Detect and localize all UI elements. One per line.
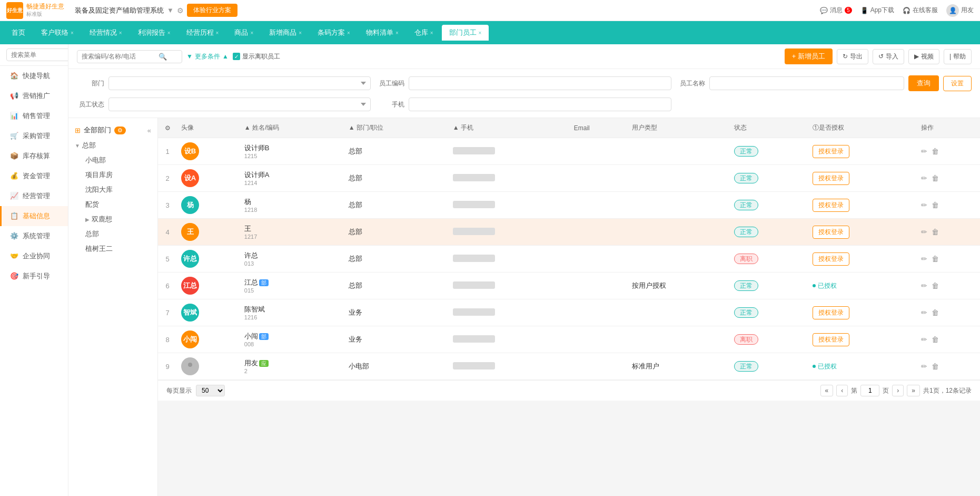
- page-number-input[interactable]: [860, 385, 879, 396]
- close-tab-bom[interactable]: ×: [395, 30, 399, 36]
- sidebar-item-sales[interactable]: 📊 销售管理: [0, 106, 68, 126]
- last-page-btn[interactable]: »: [907, 385, 920, 396]
- close-tab-employees[interactable]: ×: [479, 30, 482, 36]
- delete-icon[interactable]: 🗑: [932, 281, 939, 290]
- help-button[interactable]: | 帮助: [944, 49, 972, 64]
- tab-add-goods[interactable]: 新增商品 ×: [262, 25, 309, 41]
- edit-icon[interactable]: ✏: [921, 362, 927, 371]
- sidebar-item-basic[interactable]: 📋 基础信息: [0, 206, 68, 226]
- next-page-btn[interactable]: ›: [892, 385, 904, 396]
- dept-item-distribution[interactable]: 配货: [75, 197, 157, 212]
- auth-btn[interactable]: 授权登录: [813, 306, 849, 319]
- status-filter-select[interactable]: [108, 98, 371, 111]
- sidebar-search-input[interactable]: [6, 48, 68, 61]
- tab-history[interactable]: 经营历程 ×: [179, 25, 226, 41]
- delete-icon[interactable]: 🗑: [932, 201, 939, 209]
- experience-button[interactable]: 体验行业方案: [187, 4, 237, 17]
- auth-btn[interactable]: 授权登录: [813, 226, 849, 239]
- close-tab-operation[interactable]: ×: [119, 30, 122, 36]
- auth-btn[interactable]: 授权登录: [813, 252, 849, 266]
- name-filter-input[interactable]: [709, 76, 904, 90]
- tab-employees[interactable]: 部门员工 ×: [442, 25, 489, 41]
- show-resigned-checkbox[interactable]: ✓: [233, 53, 240, 60]
- edit-icon[interactable]: ✏: [921, 147, 927, 155]
- add-employee-button[interactable]: + 新增员工: [785, 48, 833, 64]
- tab-operation[interactable]: 经营情况 ×: [82, 25, 130, 41]
- view-button[interactable]: ▶ 视频: [908, 49, 939, 64]
- th-dept[interactable]: ▲ 部门/职位: [344, 118, 449, 138]
- sidebar-item-quicknav[interactable]: 🏠 快捷导航: [0, 66, 68, 86]
- close-tab-warehouse[interactable]: ×: [430, 30, 433, 36]
- edit-icon[interactable]: ✏: [921, 281, 927, 290]
- close-tab-add-goods[interactable]: ×: [299, 30, 302, 36]
- delete-icon[interactable]: 🗑: [932, 362, 939, 371]
- edit-icon[interactable]: ✏: [921, 201, 927, 209]
- online-service-action[interactable]: 🎧 在线客服: [903, 6, 938, 15]
- th-settings[interactable]: ⚙: [158, 118, 177, 138]
- edit-icon[interactable]: ✏: [921, 255, 927, 263]
- prev-page-btn[interactable]: ‹: [836, 385, 848, 396]
- edit-icon[interactable]: ✏: [921, 174, 927, 182]
- tab-customer[interactable]: 客户联络 ×: [34, 25, 81, 41]
- dept-item-shuanglu[interactable]: ▶ 双鹿想: [75, 212, 157, 227]
- search-input[interactable]: [82, 53, 155, 60]
- delete-icon[interactable]: 🗑: [932, 147, 939, 155]
- delete-icon[interactable]: 🗑: [932, 308, 939, 317]
- message-action[interactable]: 💬 消息 5: [820, 6, 852, 15]
- th-phone[interactable]: ▲ 手机: [449, 118, 570, 138]
- dept-item-project[interactable]: 项目库房: [75, 168, 157, 182]
- sidebar-item-guide[interactable]: 🎯 新手引导: [0, 266, 68, 286]
- tab-bom[interactable]: 物料清单 ×: [359, 25, 406, 41]
- sidebar-item-collab[interactable]: 🤝 企业协同: [0, 246, 68, 266]
- tab-warehouse[interactable]: 仓库 ×: [407, 25, 441, 41]
- tab-goods[interactable]: 商品 ×: [227, 25, 261, 41]
- export-button[interactable]: ↻ 导出: [837, 49, 868, 64]
- page-size-select[interactable]: 50 100: [196, 385, 225, 396]
- app-download-action[interactable]: 📱 App下载: [860, 6, 894, 15]
- sidebar-item-business[interactable]: 📈 经营管理: [0, 186, 68, 206]
- sidebar-item-finance[interactable]: 💰 资金管理: [0, 166, 68, 186]
- auth-btn[interactable]: 授权登录: [813, 199, 849, 212]
- close-tab-profit[interactable]: ×: [167, 30, 171, 36]
- user-action[interactable]: 👤 用友: [946, 4, 974, 17]
- dept-item-plant[interactable]: 植树王二: [75, 241, 157, 256]
- close-tab-barcode[interactable]: ×: [347, 30, 350, 36]
- dept-item-shenyang[interactable]: 沈阳大库: [75, 182, 157, 197]
- import-button[interactable]: ↺ 导入: [873, 49, 904, 64]
- collapse-btn[interactable]: «: [147, 127, 151, 134]
- dept-item-xiaodian[interactable]: 小电部: [75, 153, 157, 168]
- th-name-code[interactable]: ▲ 姓名/编码: [240, 118, 344, 138]
- delete-icon[interactable]: 🗑: [932, 228, 939, 236]
- tab-home[interactable]: 首页: [4, 25, 33, 41]
- query-button[interactable]: 查询: [908, 75, 939, 91]
- delete-icon[interactable]: 🗑: [932, 335, 939, 344]
- delete-icon[interactable]: 🗑: [932, 174, 939, 182]
- sidebar-item-inventory[interactable]: 📦 库存核算: [0, 146, 68, 166]
- sidebar-item-marketing[interactable]: 📢 营销推广: [0, 86, 68, 106]
- close-tab-history[interactable]: ×: [216, 30, 219, 36]
- edit-icon[interactable]: ✏: [921, 308, 927, 317]
- more-filters-btn[interactable]: ▼ 更多条件 ▲: [186, 52, 229, 61]
- edit-icon[interactable]: ✏: [921, 228, 927, 236]
- sidebar-item-purchase[interactable]: 🛒 采购管理: [0, 126, 68, 146]
- sidebar-item-system[interactable]: ⚙️ 系统管理: [0, 226, 68, 246]
- first-page-btn[interactable]: «: [820, 385, 834, 396]
- settings-icon[interactable]: ⚙: [177, 6, 184, 15]
- dropdown-icon[interactable]: ▼: [167, 6, 174, 14]
- close-tab-goods[interactable]: ×: [250, 30, 253, 36]
- tab-barcode[interactable]: 条码方案 ×: [310, 25, 358, 41]
- dept-badge[interactable]: ⚙: [114, 127, 126, 134]
- auth-btn[interactable]: 授权登录: [813, 145, 849, 158]
- set-button[interactable]: 设置: [943, 76, 972, 91]
- dept-filter-select[interactable]: [108, 76, 371, 90]
- dept-parent-hq[interactable]: ▼ 总部: [68, 138, 157, 153]
- code-filter-input[interactable]: [409, 76, 671, 90]
- dept-item-hq[interactable]: 总部: [75, 227, 157, 241]
- tab-profit[interactable]: 利润报告 ×: [131, 25, 178, 41]
- show-resigned-toggle[interactable]: ✓ 显示离职员工: [233, 52, 280, 61]
- close-tab-customer[interactable]: ×: [71, 30, 74, 36]
- auth-btn[interactable]: 授权登录: [813, 333, 849, 346]
- edit-icon[interactable]: ✏: [921, 335, 927, 344]
- delete-icon[interactable]: 🗑: [932, 255, 939, 263]
- auth-btn[interactable]: 授权登录: [813, 172, 849, 185]
